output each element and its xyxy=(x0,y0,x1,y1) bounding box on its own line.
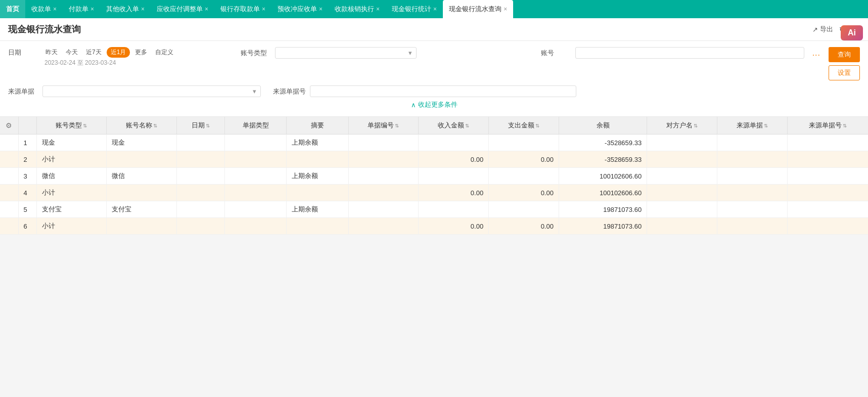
date-opt-more[interactable]: 更多 xyxy=(132,47,150,58)
nav-tab-label: 收款核销执行 xyxy=(335,5,374,14)
column-summary: 摘要 xyxy=(287,117,348,135)
nav-tab-close[interactable]: × xyxy=(433,6,437,13)
table-row: 2小计0.000.00-3528659.33 xyxy=(0,151,868,168)
table-cell xyxy=(489,168,559,185)
table-cell: 0.00 xyxy=(489,218,559,235)
data-table-container: ⚙ 账号类型⇅ 账号名称⇅ 日期⇅ 单据类型 摘要 单据编号⇅ 收入金 xyxy=(0,117,868,235)
export-button[interactable]: ↗ 导出 xyxy=(812,25,833,34)
column-expense[interactable]: 支出金额⇅ xyxy=(489,117,559,135)
nav-tab-close[interactable]: × xyxy=(53,6,57,13)
table-cell xyxy=(348,201,419,218)
table-cell xyxy=(107,185,177,201)
table-cell: -3528659.33 xyxy=(559,135,647,151)
sort-icon: ⇅ xyxy=(83,123,87,128)
table-cell xyxy=(419,135,489,151)
nav-home[interactable]: 首页 xyxy=(0,0,25,18)
nav-tab-fukuandan[interactable]: 付款单 × xyxy=(63,0,100,18)
nav-tab-close[interactable]: × xyxy=(205,6,208,13)
column-counterparty[interactable]: 对方户名⇅ xyxy=(647,117,717,135)
nav-tab-close[interactable]: × xyxy=(141,6,145,13)
table-cell xyxy=(0,135,18,151)
nav-tab-xianjintongji[interactable]: 现金银行统计 × xyxy=(386,0,443,18)
table-body: 1现金现金上期余额-3528659.332小计0.000.00-3528659.… xyxy=(0,135,868,235)
table-cell: 4 xyxy=(18,185,36,201)
nav-tab-shoukuanhexiao[interactable]: 收款核销执行 × xyxy=(329,0,386,18)
page-header: 现金银行流水查询 ↗ 导出 ↻ 刷新 xyxy=(0,18,868,41)
column-settings[interactable]: ⚙ xyxy=(0,117,18,135)
table-cell: 小计 xyxy=(36,218,107,235)
table-cell: 6 xyxy=(18,218,36,235)
column-bill-no[interactable]: 单据编号⇅ xyxy=(348,117,419,135)
nav-tab-qitashouru[interactable]: 其他收入单 × xyxy=(100,0,151,18)
collapse-icon: ∧ xyxy=(411,101,416,109)
table-cell xyxy=(419,201,489,218)
nav-tab-liushui[interactable]: 现金银行流水查询 × xyxy=(443,0,513,18)
table-cell xyxy=(787,218,868,235)
column-source-bill-no[interactable]: 来源单据号⇅ xyxy=(787,117,868,135)
table-cell: 0.00 xyxy=(419,185,489,201)
nav-tab-close[interactable]: × xyxy=(90,6,94,13)
nav-tab-yushouchong[interactable]: 预收冲应收单 × xyxy=(271,0,329,18)
table-cell: 现金 xyxy=(36,135,107,151)
table-cell xyxy=(287,218,348,235)
table-cell xyxy=(647,218,717,235)
table-cell xyxy=(177,201,225,218)
account-label: 账号 xyxy=(541,49,571,58)
table-cell xyxy=(0,218,18,235)
nav-tab-close[interactable]: × xyxy=(262,6,265,13)
table-cell xyxy=(489,201,559,218)
ai-badge[interactable]: Ai xyxy=(841,25,863,40)
table-cell: 现金 xyxy=(107,135,177,151)
account-more-button[interactable]: ... xyxy=(812,49,820,58)
source-bill-no-input[interactable] xyxy=(310,85,576,97)
column-source-bill[interactable]: 来源单据⇅ xyxy=(717,117,787,135)
table-cell xyxy=(348,151,419,168)
account-type-select[interactable]: ▾ xyxy=(275,47,417,59)
column-income[interactable]: 收入金额⇅ xyxy=(419,117,489,135)
nav-tab-label: 付款单 xyxy=(69,5,88,14)
table-cell xyxy=(225,151,287,168)
date-opt-jintian[interactable]: 今天 xyxy=(63,47,81,58)
export-label: 导出 xyxy=(820,25,833,34)
table-row: 5支付宝支付宝上期余额19871073.60 xyxy=(0,201,868,218)
sort-icon: ⇅ xyxy=(465,123,469,128)
date-opt-zuotian[interactable]: 昨天 xyxy=(42,47,61,58)
column-seq xyxy=(18,117,36,135)
nav-tab-close[interactable]: × xyxy=(376,6,380,13)
sort-icon: ⇅ xyxy=(395,123,399,128)
collapse-bar[interactable]: ∧ 收起更多条件 xyxy=(8,97,860,110)
table-cell xyxy=(647,135,717,151)
nav-tab-yingshouzhaizhai[interactable]: 应收应付调整单 × xyxy=(151,0,214,18)
table-cell xyxy=(348,168,419,185)
table-cell xyxy=(717,168,787,185)
table-cell xyxy=(717,201,787,218)
settings-button[interactable]: 设置 xyxy=(829,65,860,80)
date-opt-custom[interactable]: 自定义 xyxy=(152,47,176,58)
account-input[interactable] xyxy=(575,47,804,59)
table-cell: 100102606.60 xyxy=(559,185,647,201)
table-cell xyxy=(717,185,787,201)
column-account-type[interactable]: 账号类型⇅ xyxy=(36,117,107,135)
column-date[interactable]: 日期⇅ xyxy=(177,117,225,135)
date-opt-jin1yue[interactable]: 近1月 xyxy=(107,47,130,58)
date-opt-jin7[interactable]: 近7天 xyxy=(83,47,105,58)
nav-tab-close[interactable]: × xyxy=(319,6,323,13)
source-bill-select[interactable]: ▾ xyxy=(42,85,261,97)
table-cell xyxy=(787,151,868,168)
nav-tab-close[interactable]: × xyxy=(504,6,507,13)
table-cell xyxy=(225,218,287,235)
column-account-name[interactable]: 账号名称⇅ xyxy=(107,117,177,135)
table-cell xyxy=(787,168,868,185)
table-cell xyxy=(647,168,717,185)
sort-icon: ⇅ xyxy=(206,123,210,128)
page-title: 现金银行流水查询 xyxy=(8,23,81,35)
table-cell: 上期余额 xyxy=(287,201,348,218)
nav-tab-yinhangcunkuan[interactable]: 银行存取款单 × xyxy=(214,0,271,18)
nav-tab-shoukuandan[interactable]: 收款单 × xyxy=(25,0,63,18)
gear-icon[interactable]: ⚙ xyxy=(6,121,12,129)
query-button[interactable]: 查询 xyxy=(829,47,860,62)
table-header-row: ⚙ 账号类型⇅ 账号名称⇅ 日期⇅ 单据类型 摘要 单据编号⇅ 收入金 xyxy=(0,117,868,135)
nav-tab-label: 现金银行统计 xyxy=(392,5,431,14)
nav-tab-label: 其他收入单 xyxy=(106,5,139,14)
table-cell xyxy=(647,201,717,218)
